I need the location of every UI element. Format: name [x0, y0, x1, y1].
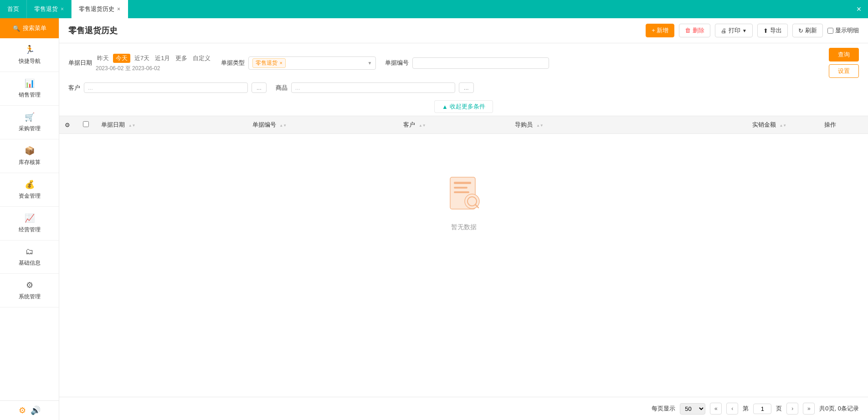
sidebar: 🔍 搜索菜单 🏃 快捷导航 📊 销售管理 🛒 采购管理 📦 库存核算 💰 资金管…: [0, 18, 59, 420]
collapse-filter-button[interactable]: ▲ 收起更多条件: [434, 100, 493, 113]
prev-page-button[interactable]: ‹: [726, 403, 738, 415]
doc-type-label: 单据类型: [221, 59, 245, 67]
print-dropdown-icon: ▼: [742, 28, 747, 33]
export-button[interactable]: ⬆ 导出: [757, 24, 788, 37]
operations-icon: 📈: [25, 213, 35, 223]
finance-icon: 💰: [25, 179, 35, 190]
page-size-select[interactable]: 50 10 20 100: [680, 403, 705, 415]
next-page-button[interactable]: ›: [786, 403, 798, 415]
last-page-button[interactable]: »: [803, 403, 815, 415]
show-detail-checkbox-label[interactable]: 显示明细: [827, 26, 859, 35]
customer-sort: ▲▼: [419, 123, 426, 128]
th-settings[interactable]: ⚙: [59, 116, 77, 134]
th-doc-date[interactable]: 单据日期 ▲▼: [96, 116, 247, 134]
th-action: 操作: [792, 116, 868, 134]
settings-footer-icon[interactable]: ⚙: [19, 405, 26, 415]
date-yesterday[interactable]: 昨天: [96, 54, 110, 63]
goods-placeholder: ...: [295, 84, 300, 91]
print-button[interactable]: 🖨 🖨 打印 打印 ▼: [715, 24, 753, 37]
sidebar-item-operations[interactable]: 📈 经营管理: [0, 207, 59, 241]
sidebar-item-label: 系统管理: [19, 293, 41, 301]
customer-label: 客户: [68, 84, 80, 92]
top-bar: 首页 零售退货 × 零售退货历史 × ×: [0, 0, 868, 18]
goods-select[interactable]: ...: [291, 82, 455, 93]
doc-date-sort: ▲▼: [128, 123, 136, 128]
doc-no-filter-item: 单据编号: [385, 57, 549, 69]
select-all-checkbox[interactable]: [83, 121, 89, 127]
th-customer[interactable]: 客户 ▲▼: [398, 116, 509, 134]
setting-button[interactable]: 设置: [829, 64, 859, 78]
tab-retail-return-history-close[interactable]: ×: [117, 6, 120, 12]
page-header: 零售退货历史 + 新增 🗑 删除 🖨 🖨 打印 打印 ▼ ⬆ 导出: [59, 18, 868, 43]
refresh-button[interactable]: ↻ 刷新: [792, 24, 823, 37]
sidebar-item-finance[interactable]: 💰 资金管理: [0, 173, 59, 207]
th-checkbox[interactable]: [77, 116, 96, 134]
svg-rect-2: [454, 187, 467, 189]
empty-state-icon: [441, 170, 487, 216]
empty-text: 暂无数据: [451, 223, 477, 231]
date-today[interactable]: 今天: [113, 54, 130, 63]
sidebar-search[interactable]: 🔍 搜索菜单: [0, 18, 59, 38]
basic-info-icon: 🗂: [26, 247, 34, 256]
tab-retail-return-close[interactable]: ×: [61, 6, 64, 12]
new-button[interactable]: + 新增: [646, 24, 674, 37]
guide-sort: ▲▼: [536, 123, 544, 128]
date-7days[interactable]: 近7天: [133, 54, 151, 63]
purchase-icon: 🛒: [25, 112, 35, 122]
filter-row-1: 单据日期 昨天 今天 近7天 近1月 更多 自定义 2023-06-02 至 2…: [68, 48, 859, 78]
amount-sort: ▲▼: [779, 123, 786, 128]
doc-type-filter-item: 单据类型 零售退货 × ▼: [221, 56, 376, 70]
goods-label: 商品: [276, 84, 288, 92]
sidebar-item-purchase[interactable]: 🛒 采购管理: [0, 106, 59, 139]
show-detail-checkbox[interactable]: [827, 28, 833, 34]
customer-select[interactable]: ...: [84, 82, 248, 93]
tab-retail-return[interactable]: 零售退货 ×: [27, 0, 72, 18]
sidebar-item-label: 资金管理: [19, 192, 41, 200]
date-custom[interactable]: 自定义: [191, 54, 212, 63]
date-more[interactable]: 更多: [174, 54, 189, 63]
main-layout: 🔍 搜索菜单 🏃 快捷导航 📊 销售管理 🛒 采购管理 📦 库存核算 💰 资金管…: [0, 18, 868, 420]
filter-row-2: 客户 ... ... 商品 ... ...: [68, 82, 859, 93]
page-size-label: 每页显示: [652, 405, 675, 413]
table-settings-icon[interactable]: ⚙: [65, 122, 70, 128]
doc-type-select[interactable]: 零售退货 × ▼: [248, 56, 376, 70]
delete-button[interactable]: 🗑 删除: [679, 24, 710, 37]
tab-retail-return-history[interactable]: 零售退货历史 ×: [72, 0, 128, 18]
table-container: ⚙ 单据日期 ▲▼ 单据编号 ▲▼: [59, 116, 868, 397]
sidebar-item-quick-nav[interactable]: 🏃 快捷导航: [0, 38, 59, 72]
goods-more-button[interactable]: ...: [459, 82, 474, 93]
sidebar-item-basic-info[interactable]: 🗂 基础信息: [0, 241, 59, 274]
page-number-input[interactable]: [753, 404, 771, 414]
th-amount[interactable]: 实销金额 ▲▼: [641, 116, 792, 134]
doc-no-input[interactable]: [412, 57, 549, 69]
print-icon: 🖨: [721, 27, 727, 34]
filter-action-buttons: 查询 设置: [829, 48, 859, 78]
query-button[interactable]: 查询: [829, 48, 859, 61]
svg-rect-1: [454, 182, 471, 184]
doc-type-dropdown-icon: ▼: [368, 61, 372, 66]
data-table: ⚙ 单据日期 ▲▼ 单据编号 ▲▼: [59, 116, 868, 134]
sidebar-item-system[interactable]: ⚙ 系统管理: [0, 274, 59, 307]
pagination-bar: 每页显示 50 10 20 100 « ‹ 第 页 › » 共0页, 0条记录: [59, 397, 868, 420]
date-shortcuts: 昨天 今天 近7天 近1月 更多 自定义: [96, 54, 212, 63]
total-records: 共0页, 0条记录: [819, 405, 859, 413]
sidebar-item-sales[interactable]: 📊 销售管理: [0, 72, 59, 106]
customer-more-button[interactable]: ...: [252, 82, 267, 93]
volume-footer-icon[interactable]: 🔊: [31, 405, 41, 415]
first-page-button[interactable]: «: [710, 403, 722, 415]
customer-placeholder: ...: [88, 84, 93, 91]
sidebar-item-label: 基础信息: [19, 259, 41, 267]
table-header: ⚙ 单据日期 ▲▼ 单据编号 ▲▼: [59, 116, 868, 134]
sidebar-footer: ⚙ 🔊: [0, 400, 59, 420]
sidebar-search-label: 搜索菜单: [23, 24, 46, 32]
empty-state: 暂无数据: [59, 134, 868, 268]
th-doc-no[interactable]: 单据编号 ▲▼: [247, 116, 398, 134]
tab-home[interactable]: 首页: [0, 0, 27, 18]
window-close-button[interactable]: ×: [850, 0, 868, 18]
export-icon: ⬆: [763, 27, 768, 34]
doc-type-tag-close[interactable]: ×: [279, 60, 282, 66]
page-title-row: 零售退货历史 + 新增 🗑 删除 🖨 🖨 打印 打印 ▼ ⬆ 导出: [68, 24, 859, 37]
date-1month[interactable]: 近1月: [154, 54, 171, 63]
th-guide[interactable]: 导购员 ▲▼: [509, 116, 641, 134]
sidebar-item-inventory[interactable]: 📦 库存核算: [0, 139, 59, 173]
